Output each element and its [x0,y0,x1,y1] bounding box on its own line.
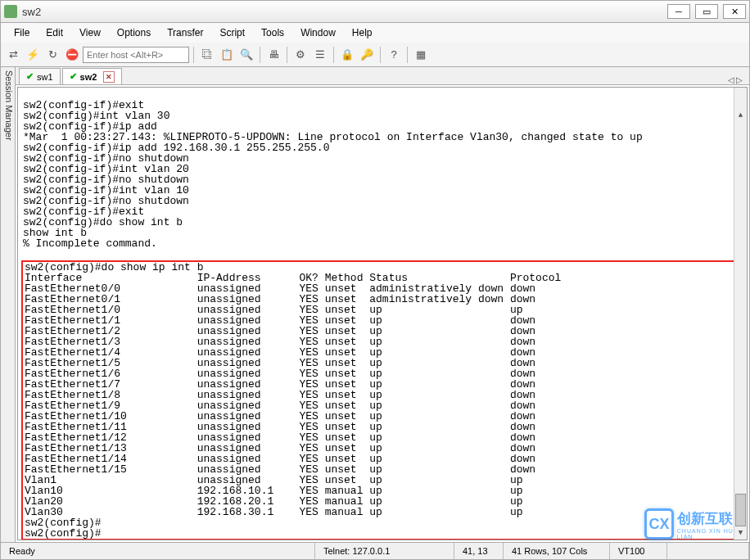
menu-bar: File Edit View Options Transfer Script T… [0,23,750,43]
status-connection: Telnet: 127.0.0.1 [315,543,454,559]
tab-prev-icon[interactable]: ◁ [728,75,734,84]
status-check-icon: ✔ [26,71,34,82]
content-area: ✔ sw1 ✔ sw2 ✕ ◁ ▷ sw2(config-if)#exit sw… [16,67,749,542]
status-size: 41 Rows, 107 Cols [504,543,610,559]
print-icon[interactable]: 🖶 [264,46,282,64]
find-icon[interactable]: 🔍 [237,46,255,64]
separator [380,47,381,63]
copy-icon[interactable]: ⿻ [198,46,216,64]
tab-next-icon[interactable]: ▷ [736,75,743,84]
tab-sw1[interactable]: ✔ sw1 [19,68,61,84]
help-icon[interactable]: ? [385,46,403,64]
menu-edit[interactable]: Edit [39,25,70,40]
paste-icon[interactable]: 📋 [218,46,236,64]
status-terminal-type: VT100 [610,543,667,559]
script-icon[interactable]: ▦ [412,46,430,64]
scrollbar-vertical[interactable]: ▲ ▼ [734,88,747,540]
terminal-text-box: sw2(config)#do show ip int b Interface I… [25,261,561,540]
separator [260,47,260,63]
lock-icon[interactable]: 🔒 [338,46,356,64]
status-ready: Ready [1,543,315,559]
reconnect-icon[interactable]: ↻ [43,46,61,64]
session-manager-tab[interactable]: Session Manager [1,67,16,542]
separator [407,47,408,63]
status-check-icon: ✔ [70,71,77,82]
menu-script[interactable]: Script [213,25,251,40]
key-icon[interactable]: 🔑 [358,46,376,64]
tab-bar: ✔ sw1 ✔ sw2 ✕ ◁ ▷ [16,67,749,85]
separator [333,47,334,63]
status-bar: Ready Telnet: 127.0.0.1 41, 13 41 Rows, … [0,542,750,560]
scroll-up-icon[interactable]: ▲ [734,109,747,122]
menu-options[interactable]: Options [111,25,157,40]
host-input[interactable] [83,47,189,63]
menu-file[interactable]: File [7,25,36,40]
tab-nav: ◁ ▷ [728,75,746,84]
terminal-output[interactable]: sw2(config-if)#exit sw2(config)#int vlan… [17,87,748,540]
menu-help[interactable]: Help [346,25,379,40]
maximize-button[interactable]: ▭ [695,4,718,19]
tab-label: sw1 [37,72,53,82]
options-icon[interactable]: ⚙ [291,46,309,64]
window-buttons: ─ ▭ ✕ [667,4,746,19]
close-button[interactable]: ✕ [723,4,746,19]
tab-sw2[interactable]: ✔ sw2 ✕ [62,68,123,84]
scrollbar-thumb[interactable] [735,494,746,526]
menu-view[interactable]: View [73,25,107,40]
session-options-icon[interactable]: ☰ [311,46,329,64]
close-tab-icon[interactable]: ✕ [103,71,115,83]
disconnect-icon[interactable]: ⛔ [63,46,81,64]
menu-window[interactable]: Window [294,25,342,40]
menu-tools[interactable]: Tools [255,25,291,40]
title-bar: sw2 ─ ▭ ✕ [0,0,750,23]
quick-connect-icon[interactable]: ⚡ [24,46,42,64]
status-cursor: 41, 13 [454,543,504,559]
main-area: Session Manager ✔ sw1 ✔ sw2 ✕ ◁ ▷ sw2(co… [0,67,750,542]
connect-icon[interactable]: ⇄ [4,46,22,64]
tab-label: sw2 [80,72,97,82]
scroll-down-icon[interactable]: ▼ [734,526,747,540]
separator [287,47,287,63]
app-icon [4,5,17,18]
toolbar: ⇄ ⚡ ↻ ⛔ ⿻ 📋 🔍 🖶 ⚙ ☰ 🔒 🔑 ? ▦ [0,43,750,67]
highlight-box: sw2(config)#do show ip int b Interface I… [21,260,743,540]
window-title: sw2 [22,6,667,18]
terminal-text-top: sw2(config-if)#exit sw2(config)#int vlan… [23,99,643,250]
status-extra [667,543,749,559]
menu-transfer[interactable]: Transfer [160,25,210,40]
minimize-button[interactable]: ─ [667,4,690,19]
separator [193,47,194,63]
